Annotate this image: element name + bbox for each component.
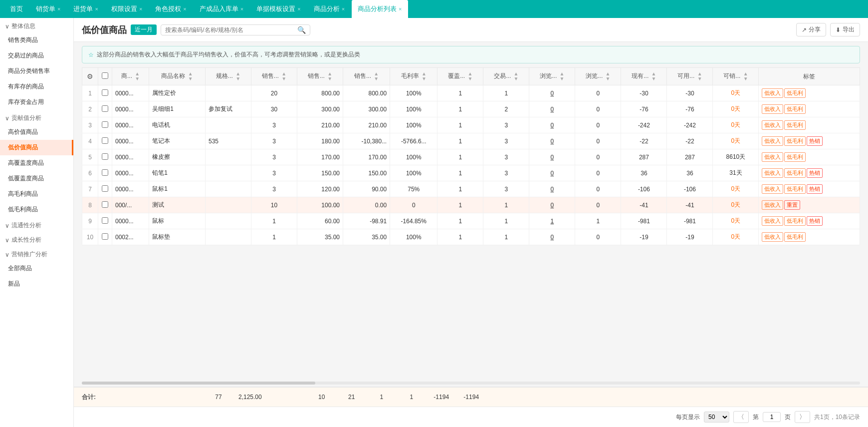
nav-product-analysis[interactable]: 商品分析×: [308, 0, 351, 18]
available-column-header[interactable]: 可用... ▲▼: [667, 68, 713, 85]
page-size-select[interactable]: 50 100: [704, 412, 729, 423]
nav-sales-order[interactable]: 销货单×: [30, 0, 66, 18]
view2-column-header[interactable]: 浏览... ▲▼: [575, 68, 621, 85]
sidebar-item-new-products[interactable]: 新品: [0, 276, 73, 292]
sidebar-group-overall-header[interactable]: ∨ 整体信息: [0, 18, 73, 32]
sales3-column-header[interactable]: 销售... ▲▼: [343, 68, 390, 85]
scrollbar-thumb[interactable]: [82, 382, 315, 385]
next-page-button[interactable]: 〉: [795, 411, 810, 423]
page-input[interactable]: [763, 412, 781, 422]
nav-close-icon[interactable]: ×: [240, 6, 243, 12]
view-link[interactable]: 0: [551, 138, 554, 145]
name-cell: 电话机: [149, 117, 206, 133]
sidebar-item-stocked-products[interactable]: 有库存的商品: [0, 79, 73, 94]
margin-column-header[interactable]: 毛利率 ▲▼: [390, 68, 437, 85]
view-link[interactable]: 0: [551, 234, 554, 241]
row-checkbox[interactable]: [102, 153, 108, 160]
name-column-header[interactable]: 商品名称 ▲▼: [149, 68, 206, 85]
nav-product-inbound[interactable]: 产成品入库单×: [194, 0, 249, 18]
nav-home[interactable]: 首页: [4, 0, 29, 18]
row-checkbox[interactable]: [102, 201, 108, 208]
nav-close-icon[interactable]: ×: [139, 6, 142, 12]
nav-close-icon[interactable]: ×: [95, 6, 98, 12]
sellable-column-header[interactable]: 可销... ▲▼: [713, 68, 759, 85]
row-checkbox[interactable]: [102, 185, 108, 192]
total-view2: 1: [397, 392, 427, 403]
checkbox-column-header: [98, 68, 112, 85]
sidebar-item-low-profit[interactable]: 低毛利商品: [0, 202, 73, 217]
row-checkbox[interactable]: [102, 105, 108, 112]
nav-product-analysis-list[interactable]: 商品分析列表×: [352, 0, 408, 18]
sidebar-group-circulation-header[interactable]: ∨ 流通性分析: [0, 217, 73, 232]
nav-template-settings[interactable]: 单据模板设置×: [250, 0, 306, 18]
num-cell: 5: [82, 149, 98, 165]
view-link[interactable]: 0: [551, 154, 554, 161]
sidebar-item-sales-products[interactable]: 销售类商品: [0, 32, 73, 48]
search-icon[interactable]: 🔍: [297, 26, 306, 34]
view1-cell: 0: [529, 149, 575, 165]
row-checkbox[interactable]: [102, 233, 108, 240]
sidebar-group-contribution-header[interactable]: ∨ 贡献值分析: [0, 110, 73, 124]
cover-cell: 1: [437, 213, 483, 229]
sidebar-item-all-products[interactable]: 全部商品: [0, 261, 73, 276]
search-input[interactable]: [165, 26, 295, 33]
sidebar-group-marketing: ∨ 营销推广分析 全部商品 新品: [0, 246, 73, 292]
margin-cell: 100%: [390, 149, 437, 165]
view-link[interactable]: 1: [551, 218, 554, 225]
sidebar-group-marketing-header[interactable]: ∨ 营销推广分析: [0, 246, 73, 261]
trade-column-header[interactable]: 交易... ▲▼: [483, 68, 529, 85]
nav-close-icon[interactable]: ×: [342, 6, 345, 12]
prev-page-button[interactable]: 〈: [733, 411, 749, 423]
row-checkbox[interactable]: [102, 121, 108, 128]
sidebar-item-inventory-capital[interactable]: 库存资金占用: [0, 94, 73, 110]
view1-column-header[interactable]: 浏览... ▲▼: [529, 68, 575, 85]
share-button[interactable]: ↗ 分享: [796, 23, 826, 36]
sidebar-item-category-sales-rate[interactable]: 商品分类销售率: [0, 63, 73, 79]
tags-cell: 低收入低毛利: [759, 85, 860, 101]
arrow-icon: ∨: [5, 115, 9, 122]
name-cell: 鼠标1: [149, 181, 206, 197]
sidebar-item-high-coverage[interactable]: 高覆盖度商品: [0, 155, 73, 171]
nav-close-icon[interactable]: ×: [297, 6, 300, 12]
nav-close-icon[interactable]: ×: [399, 6, 402, 12]
select-all-checkbox[interactable]: [102, 72, 108, 79]
sidebar-item-low-coverage[interactable]: 低覆盖度商品: [0, 171, 73, 186]
sales1-column-header[interactable]: 销售... ▲▼: [251, 68, 297, 85]
view-link[interactable]: 0: [551, 106, 554, 113]
spec-column-header[interactable]: 规格... ▲▼: [205, 68, 251, 85]
nav-close-icon[interactable]: ×: [183, 6, 186, 12]
total-empty2: [267, 392, 307, 403]
margin-cell: 75%: [390, 181, 437, 197]
nav-purchase[interactable]: 进货单×: [67, 0, 104, 18]
sidebar-item-traded-products[interactable]: 交易过的商品: [0, 48, 73, 63]
date-badge[interactable]: 近一月: [131, 24, 157, 35]
code-column-header[interactable]: 商... ▲▼: [112, 68, 149, 85]
row-checkbox[interactable]: [102, 169, 108, 176]
row-checkbox[interactable]: [102, 89, 108, 96]
nav-permissions[interactable]: 权限设置×: [105, 0, 148, 18]
export-button[interactable]: ⬇ 导出: [830, 23, 860, 36]
row-checkbox[interactable]: [102, 217, 108, 224]
sidebar-group-growth-header[interactable]: ∨ 成长性分析: [0, 232, 73, 246]
view-link[interactable]: 0: [551, 90, 554, 97]
checkbox-cell: [98, 133, 112, 149]
sidebar-item-high-value[interactable]: 高价值商品: [0, 124, 73, 140]
view-link[interactable]: 0: [551, 122, 554, 129]
view-link[interactable]: 0: [551, 202, 554, 209]
total-current: -1194: [427, 392, 456, 403]
horizontal-scrollbar[interactable]: [82, 382, 860, 385]
margin-cell: 100%: [390, 117, 437, 133]
sidebar-item-high-profit[interactable]: 高毛利商品: [0, 186, 73, 202]
row-checkbox[interactable]: [102, 137, 108, 144]
cover-column-header[interactable]: 覆盖... ▲▼: [437, 68, 483, 85]
sidebar-item-low-value[interactable]: 低价值商品: [0, 140, 73, 155]
view-link[interactable]: 0: [551, 170, 554, 177]
sales2-column-header[interactable]: 销售... ▲▼: [297, 68, 343, 85]
table-footer: 合计: 77 2,125.00 10 21 1 1 -1194 -1194: [74, 387, 868, 407]
settings-icon[interactable]: ⚙: [87, 72, 93, 80]
nav-roles[interactable]: 角色授权×: [149, 0, 192, 18]
view-link[interactable]: 0: [551, 186, 554, 193]
current-column-header[interactable]: 现有... ▲▼: [621, 68, 667, 85]
arrow-icon: ∨: [5, 237, 9, 244]
nav-close-icon[interactable]: ×: [57, 6, 60, 12]
